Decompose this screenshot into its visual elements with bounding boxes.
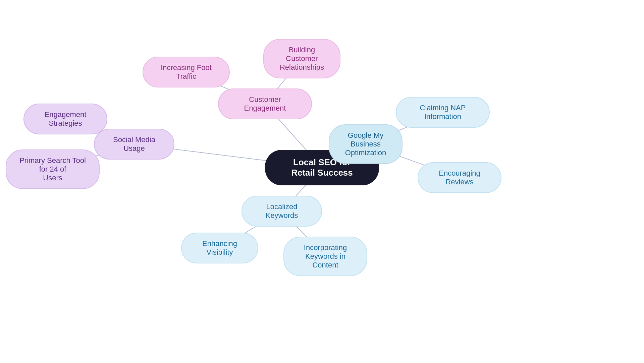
node-label-primary_search_tool: Primary Search Tool for 24 of Users bbox=[17, 156, 88, 182]
node-incorporating_keywords[interactable]: Incorporating Keywords in Content bbox=[283, 237, 367, 276]
node-label-incorporating_keywords: Incorporating Keywords in Content bbox=[295, 243, 356, 269]
node-primary_search_tool[interactable]: Primary Search Tool for 24 of Users bbox=[6, 149, 100, 189]
node-engagement_strategies[interactable]: Engagement Strategies bbox=[23, 104, 107, 134]
node-label-encouraging_reviews: Encouraging Reviews bbox=[429, 169, 490, 186]
node-social_media_usage[interactable]: Social Media Usage bbox=[94, 129, 174, 160]
node-label-building_customer_relationships: Building Customer Relationships bbox=[275, 46, 329, 72]
node-building_customer_relationships[interactable]: Building Customer Relationships bbox=[263, 39, 340, 78]
node-label-social_media_usage: Social Media Usage bbox=[105, 135, 163, 153]
node-enhancing_visibility[interactable]: Enhancing Visibility bbox=[181, 233, 258, 263]
node-increasing_foot_traffic[interactable]: Increasing Foot Traffic bbox=[143, 57, 230, 87]
node-label-enhancing_visibility: Enhancing Visibility bbox=[193, 239, 247, 257]
node-label-google_my_business: Google My Business Optimization bbox=[340, 131, 391, 157]
node-localized_keywords[interactable]: Localized Keywords bbox=[241, 196, 322, 227]
node-label-increasing_foot_traffic: Increasing Foot Traffic bbox=[154, 63, 218, 81]
node-google_my_business[interactable]: Google My Business Optimization bbox=[329, 124, 402, 164]
node-label-claiming_nap: Claiming NAP Information bbox=[407, 104, 478, 121]
node-customer_engagement[interactable]: Customer Engagement bbox=[218, 88, 312, 119]
node-label-customer_engagement: Customer Engagement bbox=[229, 95, 301, 113]
mindmap-container: Local SEO for Retail SuccessCustomer Eng… bbox=[0, 0, 644, 363]
node-claiming_nap[interactable]: Claiming NAP Information bbox=[396, 97, 490, 128]
node-label-localized_keywords: Localized Keywords bbox=[253, 202, 311, 220]
node-encouraging_reviews[interactable]: Encouraging Reviews bbox=[418, 162, 501, 193]
node-label-engagement_strategies: Engagement Strategies bbox=[35, 110, 96, 128]
